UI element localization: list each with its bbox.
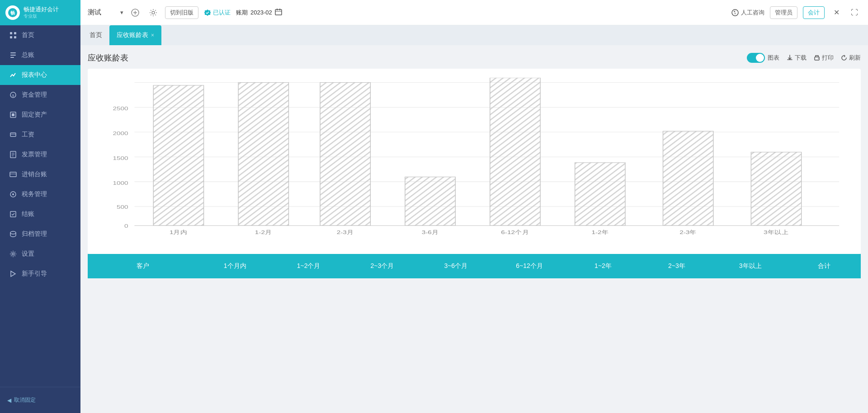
svg-point-25	[12, 253, 14, 255]
refresh-label: 刷新	[849, 54, 861, 62]
svg-text:1000: 1000	[113, 180, 129, 186]
role-button[interactable]: 会计	[803, 6, 825, 19]
table-header: 客户 1个月内 1~2个月 2~3个月 3~6个月 6~12个月 1~2年 2~…	[88, 254, 861, 278]
add-company-button[interactable]	[129, 6, 142, 19]
sidebar-item-tax[interactable]: 税务管理	[0, 184, 80, 204]
sidebar-label-invoice: 发票管理	[22, 150, 47, 159]
calendar-icon[interactable]	[275, 8, 282, 17]
svg-point-22	[12, 193, 14, 195]
chart-svg: 0 500 1000 1500 2000 2500	[97, 78, 852, 249]
period-value: 2023-02	[250, 9, 272, 16]
toggle-thumb	[756, 54, 764, 62]
home-icon	[9, 31, 17, 39]
svg-point-36	[735, 14, 736, 14]
cancel-fix-button[interactable]: ◀ 取消固定	[0, 392, 80, 408]
chart-toggle-switch[interactable]	[747, 53, 765, 63]
guide-icon	[9, 270, 17, 278]
report-header: 应收账龄表 图表 下载 打印	[88, 45, 861, 69]
topbar: 测试 ▾ 切到旧版 已认证 账期 2023-02 人工咨询 管理员 会计 ✕ ⛶	[80, 0, 868, 25]
tab-home-label: 首页	[90, 31, 102, 39]
sidebar-item-guide[interactable]: 新手引导	[0, 264, 80, 284]
sidebar-label-reports: 报表中心	[22, 71, 47, 79]
capital-icon: $	[9, 91, 17, 99]
verified-text: 已认证	[213, 9, 231, 17]
app-name: 畅捷通好会计	[24, 6, 59, 14]
logo-icon: 畅	[5, 5, 20, 20]
sidebar-item-ledger[interactable]: 总账	[0, 45, 80, 65]
tab-home[interactable]: 首页	[82, 25, 109, 45]
chart-toggle-label: 图表	[768, 54, 779, 62]
sidebar-item-capital[interactable]: $ 资金管理	[0, 85, 80, 105]
svg-text:2500: 2500	[113, 106, 129, 112]
sidebar-item-wages[interactable]: 工资	[0, 125, 80, 145]
switch-version-button[interactable]: 切到旧版	[165, 6, 198, 19]
svg-point-39	[818, 58, 819, 59]
bar-2-3-year	[663, 131, 713, 225]
tabs-bar: 首页 应收账龄表 ×	[80, 25, 868, 45]
svg-text:2-3年: 2-3年	[679, 230, 697, 235]
col-1-2month: 1~2个月	[272, 254, 345, 278]
company-dropdown[interactable]: ▾	[120, 9, 123, 16]
sidebar-nav: 首页 总账 报表中心 $ 资金管理 固定资产	[0, 25, 80, 387]
verified-badge: 已认证	[204, 9, 231, 17]
svg-rect-31	[275, 9, 282, 15]
download-button[interactable]: 下载	[787, 54, 807, 62]
bar-6-12-month	[490, 78, 540, 225]
chart-wrapper: 0 500 1000 1500 2000 2500	[88, 69, 861, 254]
wages-icon	[9, 131, 17, 139]
company-name: 测试	[88, 8, 115, 17]
sidebar-logo: 畅 畅捷通好会计 专业版	[0, 0, 80, 25]
user-button[interactable]: 管理员	[770, 6, 797, 19]
col-3plus-year: 3年以上	[713, 254, 787, 278]
tab-accounts-aging[interactable]: 应收账龄表 ×	[109, 25, 161, 45]
refresh-button[interactable]: 刷新	[841, 54, 861, 62]
sidebar-item-assets[interactable]: 固定资产	[0, 105, 80, 125]
svg-text:3-6月: 3-6月	[422, 230, 439, 235]
sidebar-label-tax: 税务管理	[22, 190, 47, 198]
tab-close-button[interactable]: ×	[151, 32, 154, 38]
sidebar-item-reports[interactable]: 报表中心	[0, 65, 80, 85]
col-1-2year: 1~2年	[566, 254, 640, 278]
expand-window-button[interactable]: ⛶	[848, 6, 861, 19]
bar-3-6-month	[405, 177, 455, 226]
main-area: 测试 ▾ 切到旧版 已认证 账期 2023-02 人工咨询 管理员 会计 ✕ ⛶	[80, 0, 868, 413]
svg-rect-7	[10, 55, 16, 56]
sidebar-label-archive: 归档管理	[22, 230, 47, 238]
svg-rect-4	[10, 36, 12, 38]
close-window-button[interactable]: ✕	[830, 6, 843, 19]
sidebar-item-home[interactable]: 首页	[0, 25, 80, 45]
help-button[interactable]: 人工咨询	[731, 9, 764, 17]
sidebar-item-closing[interactable]: 结账	[0, 204, 80, 224]
sidebar-item-invoice[interactable]: 发票管理	[0, 145, 80, 164]
svg-point-24	[10, 231, 16, 234]
svg-text:畅: 畅	[10, 10, 15, 15]
svg-text:2000: 2000	[113, 130, 129, 136]
svg-point-30	[152, 11, 155, 14]
reports-icon	[9, 71, 17, 79]
archive-icon	[9, 230, 17, 238]
col-2-3month: 2~3个月	[345, 254, 419, 278]
svg-text:1-2年: 1-2年	[591, 230, 609, 235]
print-button[interactable]: 打印	[814, 54, 834, 62]
logo-text: 畅捷通好会计 专业版	[24, 6, 59, 20]
settings-gear-button[interactable]	[147, 6, 160, 19]
sidebar-item-settings[interactable]: 设置	[0, 244, 80, 264]
sidebar-label-settings: 设置	[22, 250, 34, 258]
purchase-icon	[9, 170, 17, 178]
bar-1-month	[153, 85, 203, 225]
report-actions: 图表 下载 打印 刷新	[747, 53, 861, 63]
sidebar-label-ledger: 总账	[22, 51, 34, 59]
page-content: 应收账龄表 图表 下载 打印	[80, 45, 868, 413]
sidebar-item-purchase[interactable]: 进销台账	[0, 164, 80, 184]
svg-text:$: $	[12, 94, 14, 98]
svg-text:1500: 1500	[113, 155, 129, 161]
closing-icon	[9, 210, 17, 218]
pin-icon: ◀	[7, 397, 11, 404]
sidebar-item-archive[interactable]: 归档管理	[0, 224, 80, 244]
print-label: 打印	[822, 54, 834, 62]
svg-rect-8	[10, 57, 14, 58]
svg-text:6-12个月: 6-12个月	[501, 230, 529, 235]
svg-text:1月内: 1月内	[170, 230, 188, 235]
chart-toggle: 图表	[747, 53, 779, 63]
report-container: 应收账龄表 图表 下载 打印	[80, 45, 868, 286]
